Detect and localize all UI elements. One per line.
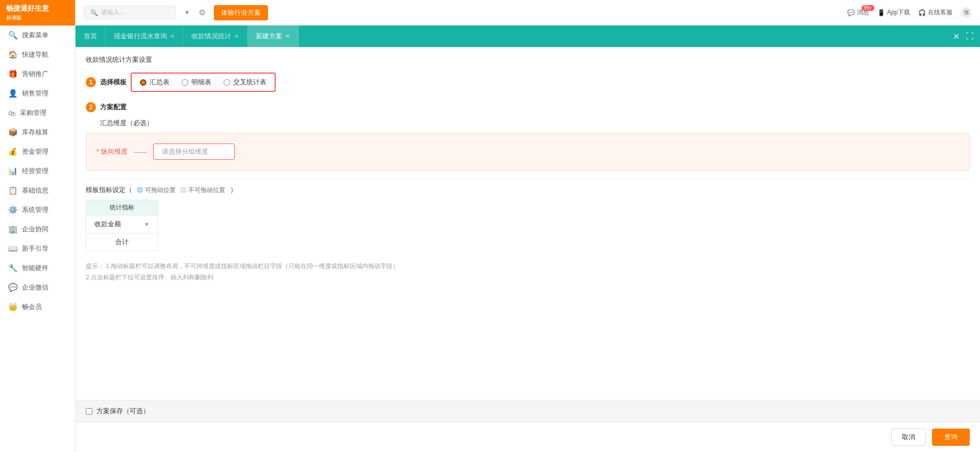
step1-number: 1 xyxy=(86,77,96,87)
step2-number: 2 xyxy=(86,102,96,112)
tool-icon: 🔧 xyxy=(8,264,18,273)
page-body: 收款情况统计方案设置 1 选择模板 汇总表 明细表 xyxy=(76,47,980,400)
template-cross-radio[interactable] xyxy=(224,79,230,86)
chat-icon: 💬 xyxy=(8,283,18,292)
tip-text-2: 2.点击标题栏下拉可设置排序、插入列和删除列 xyxy=(86,272,213,283)
sidebar-item-label: 畅会员 xyxy=(22,302,42,312)
save-option-checkbox[interactable] xyxy=(86,408,92,415)
legend-draggable: 可拖动位置 xyxy=(137,186,176,195)
main-area: 🔍 请输入... ▼ ⚙ 体验行业方案 💬 消息 99+ 📱 App下载 🎧 在… xyxy=(76,0,980,452)
tab-bank-flow-close-icon[interactable]: ✕ xyxy=(170,33,175,40)
sidebar-item-search[interactable]: 🔍 搜索菜单 xyxy=(0,26,75,45)
online-service-label: 在线客服 xyxy=(928,8,952,17)
shopping-icon: 🛍 xyxy=(8,109,16,117)
sidebar-item-finance[interactable]: 💰 资金管理 xyxy=(0,142,75,161)
sidebar-item-operations[interactable]: 📊 经营管理 xyxy=(0,161,75,181)
sidebar-item-system[interactable]: ⚙️ 系统管理 xyxy=(0,200,75,220)
app-download-label: App下载 xyxy=(887,8,910,17)
dimension-area: * 纵向维度 —— 请选择分组维度 xyxy=(86,133,970,171)
vertical-dimension-row: * 纵向维度 —— 请选择分组维度 xyxy=(96,144,959,160)
tab-receipt-stat-label: 收款情况统计 xyxy=(191,32,231,41)
tip-line-1: 提示： 1.拖动标题栏可以调整布局，不可跨维度或指标区域拖动栏目字段（只能在同一… xyxy=(86,261,970,272)
sidebar-item-label: 企业微信 xyxy=(22,283,48,292)
sidebar-item-membership[interactable]: 👑 畅会员 xyxy=(0,297,75,317)
user-profile-link[interactable]: 张 xyxy=(961,7,972,18)
nav-tabs: 首页 现金银行流水查询 ✕ 收款情况统计 ✕ 新建方案 ✕ ✕ ⛶ xyxy=(76,26,980,47)
metrics-config-header: 模板指标设定（ 可拖动位置 不可拖动位置 ） xyxy=(86,185,970,195)
template-detail-option[interactable]: 明细表 xyxy=(182,78,211,87)
page-title: 收款情况统计方案设置 xyxy=(86,55,970,64)
sidebar-item-purchase[interactable]: 🛍 采购管理 xyxy=(0,103,75,123)
metrics-total-cell: 合计 xyxy=(86,233,158,251)
search-placeholder: 请输入... xyxy=(101,8,125,17)
header-search[interactable]: 🔍 请输入... xyxy=(84,6,176,19)
industry-solution-button[interactable]: 体验行业方案 xyxy=(214,5,268,20)
tab-close-all-icon[interactable]: ✕ xyxy=(953,32,960,41)
step2-section: 2 方案配置 汇总维度（必选） * 纵向维度 —— 请选择分组维度 模 xyxy=(86,102,970,283)
app-logo: 畅捷通好生意 标准版 xyxy=(0,0,75,26)
legend-non-draggable: 不可拖动位置 xyxy=(181,186,225,195)
message-icon: 💬 xyxy=(847,9,855,16)
tab-controls: ✕ ⛶ xyxy=(947,26,980,47)
crown-icon: 👑 xyxy=(8,302,18,312)
tab-new-plan-close-icon[interactable]: ✕ xyxy=(285,33,290,40)
step2-header: 2 方案配置 xyxy=(86,102,970,112)
service-icon: 🎧 xyxy=(918,9,926,16)
sidebar-item-label: 新手引导 xyxy=(22,244,48,253)
top-header: 🔍 请输入... ▼ ⚙ 体验行业方案 💬 消息 99+ 📱 App下载 🎧 在… xyxy=(76,0,980,26)
vertical-dimension-label: * 纵向维度 xyxy=(96,147,128,156)
legend-draggable-label: 可拖动位置 xyxy=(145,186,176,195)
sidebar-item-label: 库存核算 xyxy=(22,128,48,137)
sidebar-item-smart-hw[interactable]: 🔧 智能硬件 xyxy=(0,258,75,278)
metrics-title-label: 模板指标设定（ xyxy=(86,185,132,195)
tab-bank-flow[interactable]: 现金银行流水查询 ✕ xyxy=(106,26,183,47)
app-download-link[interactable]: 📱 App下载 xyxy=(877,8,910,17)
building-icon: 🏢 xyxy=(8,225,18,234)
sidebar-item-label: 基础信息 xyxy=(22,186,48,195)
settings-icon[interactable]: ⚙ xyxy=(199,8,206,17)
tab-new-plan[interactable]: 新建方案 ✕ xyxy=(248,26,299,47)
money-icon: 💰 xyxy=(8,147,18,156)
online-service-link[interactable]: 🎧 在线客服 xyxy=(918,8,952,17)
list-icon: 📋 xyxy=(8,186,18,195)
sidebar-item-label: 营销推广 xyxy=(22,69,48,79)
template-summary-option[interactable]: 汇总表 xyxy=(140,78,169,87)
search-icon: 🔍 xyxy=(8,31,18,40)
step1-title: 选择模板 xyxy=(100,78,127,87)
metrics-title-end: ） xyxy=(230,185,237,195)
message-button[interactable]: 💬 消息 99+ xyxy=(847,8,869,17)
tip-line-2: 2.点击标题栏下拉可设置排序、插入列和删除列 xyxy=(86,272,970,283)
metrics-amount-cell[interactable]: 收款金额 ▼ xyxy=(86,216,158,233)
template-cross-option[interactable]: 交叉统计表 xyxy=(224,78,266,87)
sidebar-item-marketing[interactable]: 🎁 营销推广 xyxy=(0,64,75,84)
template-summary-radio[interactable] xyxy=(140,79,146,86)
sidebar-item-quick-nav[interactable]: 🏠 快捷导航 xyxy=(0,45,75,64)
gift-icon: 🎁 xyxy=(8,69,18,79)
tips-area: 提示： 1.拖动标题栏可以调整布局，不可跨维度或指标区域拖动栏目字段（只能在同一… xyxy=(86,261,970,283)
sidebar-item-label: 快捷导航 xyxy=(22,50,48,59)
message-badge: 99+ xyxy=(862,5,874,11)
sidebar-item-sales[interactable]: 👤 销售管理 xyxy=(0,84,75,103)
sidebar-item-label: 采购管理 xyxy=(20,108,46,117)
tab-receipt-stat-close-icon[interactable]: ✕ xyxy=(234,33,239,40)
cell-dropdown-icon[interactable]: ▼ xyxy=(144,221,150,227)
user-icon: 👤 xyxy=(8,89,18,98)
dropdown-arrow-icon[interactable]: ▼ xyxy=(184,9,190,16)
sidebar-item-basic-info[interactable]: 📋 基础信息 xyxy=(0,181,75,200)
query-button[interactable]: 查询 xyxy=(932,429,970,446)
step1-header: 1 选择模板 汇总表 明细表 交叉统计表 xyxy=(86,73,970,92)
tab-expand-icon[interactable]: ⛶ xyxy=(966,32,974,41)
header-actions: 💬 消息 99+ 📱 App下载 🎧 在线客服 张 xyxy=(847,7,972,18)
step2-title: 方案配置 xyxy=(100,103,127,112)
template-detail-radio[interactable] xyxy=(182,79,188,86)
draggable-dot xyxy=(137,187,142,193)
sidebar-item-beginner[interactable]: 📖 新手引导 xyxy=(0,239,75,258)
sidebar-item-corp-wechat[interactable]: 💬 企业微信 xyxy=(0,278,75,297)
tab-receipt-stat[interactable]: 收款情况统计 ✕ xyxy=(183,26,248,47)
cancel-button[interactable]: 取消 xyxy=(891,429,926,446)
vertical-dimension-select[interactable]: 请选择分组维度 xyxy=(153,144,235,160)
template-options-group: 汇总表 明细表 交叉统计表 xyxy=(131,73,276,92)
sidebar-item-inventory[interactable]: 📦 库存核算 xyxy=(0,123,75,142)
sidebar-item-corp-collab[interactable]: 🏢 企业协同 xyxy=(0,220,75,239)
tab-home[interactable]: 首页 xyxy=(76,26,106,47)
